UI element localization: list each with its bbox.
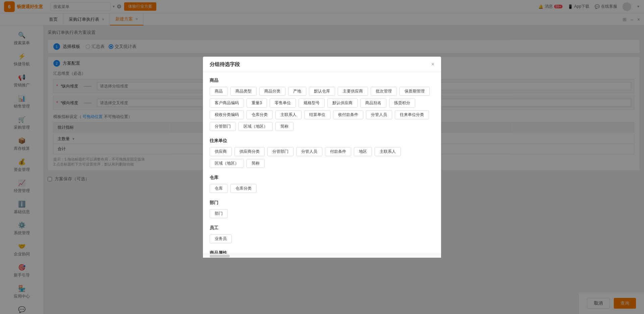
section-title-staff: 员工 (210, 225, 434, 231)
dept-tags: 部门 (210, 209, 434, 218)
field-section-warehouse: 仓库 仓库 仓库分类 (210, 175, 434, 193)
tag-abbr-partner[interactable]: 简称 (247, 159, 265, 168)
tag-tax-code[interactable]: 税收分类编码 (210, 110, 244, 119)
field-select-modal: 分组待选字段 × 商品 商品 商品类型 商品分类 产地 默认仓库 主要供应商 批… (203, 57, 441, 258)
tag-region-partner[interactable]: 地区 (354, 147, 372, 156)
hscroll-thumb (210, 255, 230, 257)
modal-title: 分组待选字段 (210, 61, 240, 68)
modal-close-button[interactable]: × (431, 61, 434, 67)
tag-warehouse-cat[interactable]: 仓库分类 (230, 184, 257, 193)
staff-tags: 业务员 (210, 234, 434, 243)
tag-settlement-unit[interactable]: 结算单位 (304, 110, 330, 119)
section-title-dept: 部门 (210, 200, 434, 206)
tag-supplier[interactable]: 供应商 (210, 147, 232, 156)
tag-abbr-goods[interactable]: 简称 (275, 122, 293, 131)
tag-goods-category[interactable]: 商品分类 (259, 87, 285, 96)
section-title-goods: 商品 (210, 77, 434, 83)
tag-customer-sku[interactable]: 客户商品编码 (210, 99, 244, 108)
tag-payment-partner[interactable]: 付款条件 (325, 147, 351, 156)
tag-area-partner[interactable]: 区域（地区） (210, 159, 244, 168)
tag-weight3[interactable]: 重量3 (247, 99, 267, 108)
field-section-attributes: 商品属性 属性 颜色 多规格 尺码 鞋码 1 (210, 250, 434, 254)
tag-salesperson[interactable]: 业务员 (210, 234, 232, 243)
tag-origin[interactable]: 产地 (288, 87, 306, 96)
field-section-goods: 商品 商品 商品类型 商品分类 产地 默认仓库 主要供应商 批次管理 保质期管理… (210, 77, 434, 131)
tag-retail-unit[interactable]: 零售单位 (270, 99, 296, 108)
tag-payment-terms[interactable]: 收付款条件 (333, 110, 363, 119)
section-title-attributes: 商品属性 (210, 250, 434, 254)
tag-dept[interactable]: 部门 (210, 209, 228, 218)
tag-default-warehouse[interactable]: 默认仓库 (309, 87, 335, 96)
modal-body[interactable]: 商品 商品 商品类型 商品分类 产地 默认仓库 主要供应商 批次管理 保质期管理… (203, 72, 441, 254)
field-section-staff: 员工 业务员 (210, 225, 434, 243)
tag-region-goods[interactable]: 区域（地区） (238, 122, 273, 131)
tag-contact-partner[interactable]: 主联系人 (375, 147, 401, 156)
tag-supervisor[interactable]: 分管人员 (366, 110, 392, 119)
partner-tags: 供应商 供应商分类 分管部门 分管人员 付款条件 地区 主联系人 区域（地区） … (210, 147, 434, 168)
tag-main-supplier[interactable]: 主要供应商 (338, 87, 368, 96)
tag-goods[interactable]: 商品 (210, 87, 228, 96)
tag-goods-alias[interactable]: 商品别名 (360, 99, 386, 108)
modal-horizontal-scrollbar[interactable] (203, 254, 441, 258)
modal-overlay: 分组待选字段 × 商品 商品 商品类型 商品分类 产地 默认仓库 主要供应商 批… (0, 0, 644, 314)
tag-warehouse[interactable]: 仓库 (210, 184, 228, 193)
tag-dept-in-charge[interactable]: 分管部门 (210, 122, 236, 131)
section-title-partner: 往来单位 (210, 138, 434, 144)
tag-main-contact[interactable]: 主联系人 (275, 110, 302, 119)
tag-dept-partner[interactable]: 分管部门 (267, 147, 293, 156)
section-title-warehouse: 仓库 (210, 175, 434, 181)
tag-pick-points[interactable]: 拣货积分 (389, 99, 415, 108)
tag-spec-model[interactable]: 规格型号 (299, 99, 325, 108)
modal-header: 分组待选字段 × (203, 57, 441, 72)
warehouse-tags: 仓库 仓库分类 (210, 184, 434, 193)
field-section-partner: 往来单位 供应商 供应商分类 分管部门 分管人员 付款条件 地区 主联系人 区域… (210, 138, 434, 168)
field-section-dept: 部门 部门 (210, 200, 434, 218)
tag-batch-mgmt[interactable]: 批次管理 (371, 87, 397, 96)
tag-partner-category[interactable]: 往来单位分类 (395, 110, 429, 119)
tag-warehouse-category[interactable]: 仓库分类 (247, 110, 273, 119)
tag-goods-type[interactable]: 商品类型 (230, 87, 257, 96)
tag-supervisor-partner[interactable]: 分管人员 (296, 147, 322, 156)
tag-expiry-mgmt[interactable]: 保质期管理 (399, 87, 430, 96)
tag-default-supplier[interactable]: 默认供应商 (327, 99, 358, 108)
tag-supplier-category[interactable]: 供应商分类 (234, 147, 265, 156)
goods-tags: 商品 商品类型 商品分类 产地 默认仓库 主要供应商 批次管理 保质期管理 客户… (210, 87, 434, 131)
